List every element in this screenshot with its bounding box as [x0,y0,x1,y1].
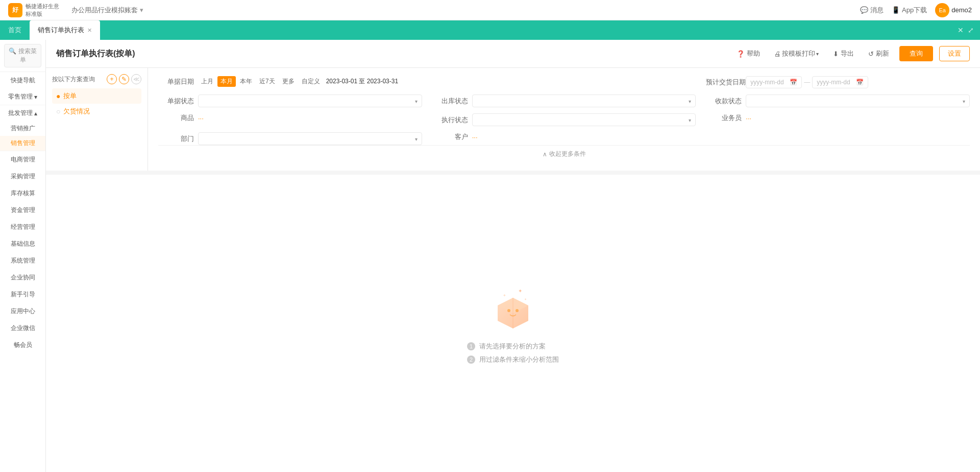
print-button[interactable]: 🖨 按模板打印 ▾ [770,47,823,60]
sidebar-item-ecommerce[interactable]: 电商管理 [0,151,45,168]
content-area: 销售订单执行表(按单) ❓ 帮助 🖨 按模板打印 ▾ ⬇ 导出 [46,40,980,472]
date-tab-custom[interactable]: 自定义 [299,76,323,87]
date-tab-this-month[interactable]: 本月 [217,76,236,87]
message-button[interactable]: 💬 消息 [860,6,884,15]
tab-expand-icon[interactable]: ⤢ [968,26,974,34]
filter-department-control [198,132,422,145]
date-tab-more[interactable]: 更多 [279,76,298,87]
filter-payment-status-row: 收款状态 [706,95,970,107]
svg-text:✦: ✦ [524,298,527,301]
sidebar-item-retail[interactable]: 零售管理 ▾ [0,89,45,105]
edit-scheme-button[interactable]: ✎ [119,74,129,84]
page-header: 销售订单执行表(按单) ❓ 帮助 🖨 按模板打印 ▾ ⬇ 导出 [46,40,980,68]
top-header: 好 畅捷通好生意 标准版 办公用品行业模拟账套 ▾ 💬 消息 📱 App下载 E… [0,0,980,20]
sidebar-item-member[interactable]: 畅会员 [0,337,45,353]
product-more-button[interactable]: ··· [198,114,204,122]
sidebar-group-wholesale: 批发管理 ▴ 营销推广 销售管理 [0,105,45,151]
filter-bill-status-control [198,95,422,107]
filter-exec-status-control [472,113,696,126]
calendar2-icon: 📅 [856,79,864,86]
tab-bar: 首页 销售订单执行表 ✕ ✕ ⤢ [0,20,980,40]
page-actions: ❓ 帮助 🖨 按模板打印 ▾ ⬇ 导出 ↺ 刷新 [732,46,970,61]
date-tab-last-month[interactable]: 上月 [198,76,216,87]
empty-illustration: ✦ ✦ ✦ [487,282,538,334]
sidebar-group-retail: 零售管理 ▾ [0,89,45,105]
sidebar-item-wholesale[interactable]: 批发管理 ▴ [0,105,45,121]
sidebar-item-operations[interactable]: 经营管理 [0,219,45,235]
filter-customer-area: 客户 ··· [432,132,696,145]
collapse-scheme-button[interactable]: ≪ [131,74,141,84]
tab-close-icon[interactable]: ✕ [87,27,92,34]
salesman-more-button[interactable]: ··· [746,114,751,122]
user-area[interactable]: Ea demo2 [935,3,972,17]
empty-state: ✦ ✦ ✦ 1 请先选择要分析的方案 2 用过滤条件来缩小分析范围 [467,282,559,364]
sidebar-item-app-center[interactable]: 应用中心 [0,303,45,320]
print-icon: 🖨 [774,50,781,58]
sidebar-search-area: 🔍 搜索菜单 [0,40,45,72]
sidebar-item-purchase[interactable]: 采购管理 [0,168,45,185]
sidebar-item-newbie[interactable]: 新手引导 [0,286,45,303]
scheme-active-icon: ● [56,92,60,100]
filter-date-control: 上月 本月 本年 近7天 更多 自定义 2023-03-01 至 2023-03… [198,76,696,87]
scheme-item-shortage[interactable]: ○ 欠货情况 [52,104,141,119]
wholesale-chevron-icon: ▴ [34,110,37,117]
filter-scheme-actions: + ✎ ≪ [107,74,141,84]
main-layout: 🔍 搜索菜单 快捷导航 零售管理 ▾ 批发管理 ▴ 营销推广 销售管理 电商管理… [0,40,980,472]
search-menu-button[interactable]: 🔍 搜索菜单 [4,44,41,67]
sidebar-item-basic-info[interactable]: 基础信息 [0,235,45,252]
stock-status-select[interactable] [472,95,696,107]
retail-chevron-icon: ▾ [34,93,37,101]
tab-bar-right: ✕ ⤢ [958,26,980,34]
expected-date-start-input[interactable]: yyyy-mm-dd 📅 [746,76,802,88]
sidebar-item-inventory[interactable]: 库存核算 [0,185,45,202]
app-download-button[interactable]: 📱 App下载 [892,6,927,15]
filter-product-control: ··· [198,114,422,122]
sidebar-item-sales[interactable]: 销售管理 [0,136,45,151]
filter-stock-status-row: 出库状态 [432,95,696,107]
filter-scheme-panel: 按以下方案查询 + ✎ ≪ ● 按单 ○ 欠货情况 [46,68,148,171]
exec-status-chevron-icon [689,116,691,124]
sidebar-item-finance[interactable]: 资金管理 [0,202,45,219]
filter-scheme-title: 按以下方案查询 + ✎ ≪ [52,74,141,84]
department-select[interactable] [198,132,422,145]
empty-tip-1: 1 请先选择要分析的方案 [467,342,559,351]
scheme-item-by-order[interactable]: ● 按单 [52,88,141,104]
logo-text: 畅捷通好生意 标准版 [26,3,59,17]
sidebar-item-enterprise[interactable]: 企业协同 [0,269,45,286]
filter-stock-status-control [472,95,696,107]
sidebar-item-marketing[interactable]: 营销推广 [0,121,45,136]
breadcrumb-chevron[interactable]: ▾ [140,6,143,14]
tab-home[interactable]: 首页 [0,20,30,40]
date-tab-7days[interactable]: 近7天 [256,76,278,87]
sidebar-quick-nav[interactable]: 快捷导航 [0,72,45,89]
filter-salesman-control: ··· [746,114,970,122]
sidebar-item-system[interactable]: 系统管理 [0,252,45,269]
add-scheme-button[interactable]: + [107,74,117,84]
tip-num-2: 2 [467,356,475,364]
svg-text:✦: ✦ [503,293,506,298]
calendar-icon: 📅 [790,79,797,86]
help-button[interactable]: ❓ 帮助 [732,47,764,60]
refresh-icon: ↺ [868,50,874,58]
settings-button[interactable]: 设置 [939,46,970,61]
filter-collapse-button[interactable]: ∧ 收起更多条件 [158,145,970,162]
exec-status-select[interactable] [472,113,696,126]
tab-close-all-icon[interactable]: ✕ [958,26,964,34]
tab-sales-order[interactable]: 销售订单执行表 ✕ [30,20,100,40]
filter-grid: 单据日期 上月 本月 本年 近7天 更多 自定义 20 [158,76,970,145]
payment-status-select[interactable] [746,95,970,107]
sidebar-item-wechat[interactable]: 企业微信 [0,320,45,337]
export-button[interactable]: ⬇ 导出 [829,47,858,60]
expected-date-end-input[interactable]: yyyy-mm-dd 📅 [812,76,868,88]
filter-date-row: 单据日期 上月 本月 本年 近7天 更多 自定义 20 [158,76,696,87]
customer-more-button[interactable]: ··· [472,133,478,141]
bill-status-select[interactable] [198,95,422,107]
filter-exec-status-row: 执行状态 [432,113,696,126]
date-tab-group: 上月 本月 本年 近7天 更多 自定义 [198,76,323,87]
query-button[interactable]: 查询 [899,46,933,61]
app-download-icon: 📱 [892,6,900,14]
date-tab-this-year[interactable]: 本年 [237,76,255,87]
empty-tips: 1 请先选择要分析的方案 2 用过滤条件来缩小分析范围 [467,342,559,364]
refresh-button[interactable]: ↺ 刷新 [864,47,893,60]
avatar: Ea [935,3,949,17]
